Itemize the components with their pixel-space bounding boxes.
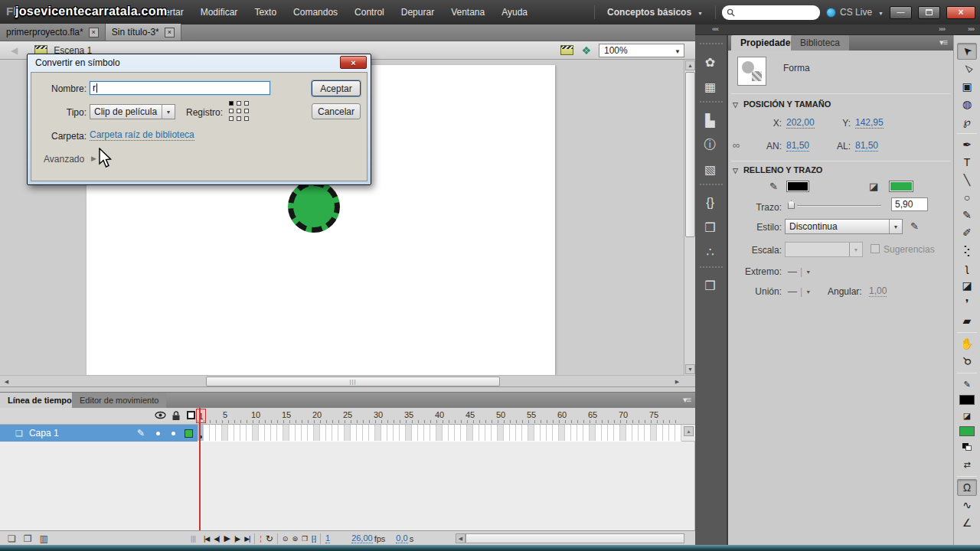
frame-cell[interactable] (583, 425, 590, 441)
smooth-icon[interactable]: ∿ (957, 497, 977, 514)
frame-cell[interactable] (289, 425, 296, 441)
frame-cell[interactable] (400, 425, 406, 441)
frame-cell[interactable] (204, 425, 210, 441)
frame-cell[interactable] (608, 425, 614, 441)
registration-point[interactable] (244, 101, 249, 106)
registration-point[interactable] (229, 109, 234, 113)
new-layer-icon[interactable]: ❏ (8, 533, 16, 544)
frame-cell[interactable] (216, 425, 222, 441)
project-panel-icon[interactable]: ❐ (700, 276, 721, 295)
frame-cell[interactable] (467, 425, 473, 441)
edit-multiple-frames-icon[interactable]: ❐ (302, 535, 307, 543)
frame-cell[interactable] (443, 425, 449, 441)
lock-icon[interactable] (172, 411, 181, 421)
scrollbar-thumb[interactable] (685, 72, 695, 237)
frame-cell[interactable] (645, 425, 651, 441)
registration-point[interactable] (237, 116, 241, 121)
frame-cell[interactable] (559, 425, 565, 441)
eyedropper-tool[interactable]: ❜ (957, 295, 977, 311)
3d-rotation-tool[interactable]: ◍ (957, 96, 977, 112)
straighten-icon[interactable]: ∠ (957, 514, 977, 531)
width-value[interactable]: 81,50 (786, 141, 809, 152)
play-button[interactable]: ▶ (224, 533, 229, 543)
components-panel-icon[interactable]: ❒ (700, 217, 721, 237)
frame-cell[interactable] (504, 425, 510, 441)
expand-properties-icon[interactable]: »» (939, 25, 945, 33)
expand-tools-icon[interactable]: »» (968, 25, 974, 33)
frame-cell[interactable] (614, 425, 620, 441)
back-arrow-icon[interactable]: ◀ (11, 45, 18, 56)
panel-menu-icon[interactable]: ▾≡ (939, 37, 947, 47)
stage-horizontal-scrollbar[interactable]: ◀ ||| ▶ (0, 375, 695, 387)
motion-presets-panel-icon[interactable]: ∴ (700, 242, 721, 262)
color-panel-icon[interactable]: ✿ (700, 52, 721, 72)
layer-lock-dot[interactable] (172, 432, 175, 435)
frame-cell[interactable] (632, 425, 639, 441)
registration-point[interactable] (229, 116, 234, 121)
scrollbar-thumb[interactable] (466, 533, 684, 543)
scroll-right-icon[interactable]: ▶ (672, 377, 682, 386)
frame-cell[interactable] (228, 425, 234, 441)
scroll-left-icon[interactable]: ◀ (2, 377, 11, 386)
onion-skin-icon[interactable]: ⊙ (283, 535, 288, 543)
section-fill-stroke[interactable]: RELLENO Y TRAZO (733, 165, 822, 174)
hand-tool[interactable]: ✋ (957, 335, 977, 352)
hints-checkbox[interactable] (871, 244, 880, 253)
frame-cell[interactable] (308, 425, 314, 441)
close-button[interactable]: × (946, 6, 975, 19)
frame-cell[interactable] (602, 425, 608, 441)
join-dropdown[interactable]: —| (788, 286, 811, 297)
stroke-slider-track[interactable] (797, 205, 881, 207)
modify-markers-icon[interactable]: [·] (312, 535, 315, 543)
eraser-tool[interactable]: ▰ (957, 312, 977, 329)
layer-frames[interactable] (198, 425, 681, 442)
playhead-line[interactable] (199, 408, 201, 530)
menu-comandos[interactable]: Comandos (285, 0, 346, 24)
stroke-slider-thumb[interactable] (788, 201, 795, 209)
fill-color-swatch[interactable] (959, 426, 975, 436)
spray-brush-tool[interactable]: ⢕ (957, 242, 977, 259)
frame-cell[interactable] (375, 425, 381, 441)
cs-live-button[interactable]: CS Live (826, 7, 872, 18)
tab-timeline[interactable]: Línea de tiempo (0, 393, 80, 408)
menu-texto[interactable]: Texto (246, 0, 285, 24)
scrollbar-thumb[interactable]: ||| (206, 377, 500, 386)
frame-cell[interactable] (522, 425, 528, 441)
new-folder-icon[interactable]: ❐ (24, 533, 32, 544)
frame-cell[interactable] (626, 425, 632, 441)
layer-outline-color-swatch[interactable] (185, 429, 193, 438)
frame-cell[interactable] (651, 425, 657, 441)
layer-visible-dot[interactable] (156, 432, 160, 435)
frame-cell[interactable] (596, 425, 602, 441)
frame-cell[interactable] (277, 425, 283, 441)
frame-cell[interactable] (547, 425, 553, 441)
transform-panel-icon[interactable]: ▧ (700, 159, 721, 179)
stroke-color-swatch[interactable] (959, 395, 975, 405)
frame-cell[interactable] (449, 425, 455, 441)
minimize-button[interactable]: — (890, 6, 912, 19)
go-first-frame-button[interactable]: |◀ (204, 535, 209, 543)
frame-cell[interactable] (210, 425, 216, 441)
onion-skin-outlines-icon[interactable]: ⊚ (292, 535, 297, 543)
section-position-size[interactable]: POSICIÓN Y TAMAÑO (733, 99, 831, 109)
frame-cell[interactable] (222, 425, 228, 441)
frame-cell[interactable] (675, 425, 681, 441)
frame-cell[interactable] (669, 425, 675, 441)
frame-cell[interactable] (590, 425, 596, 441)
frame-cell[interactable] (265, 425, 271, 441)
tab-motion-editor[interactable]: Editor de movimiento (72, 393, 166, 408)
frame-cell[interactable] (571, 425, 577, 441)
frame-cell[interactable] (639, 425, 645, 441)
search-input[interactable] (738, 7, 812, 18)
timeline-horizontal-scrollbar[interactable]: ◀ (456, 533, 684, 543)
search-box[interactable] (722, 5, 820, 20)
y-value[interactable]: 142,95 (855, 118, 884, 129)
frame-cell[interactable] (320, 425, 326, 441)
layer-name[interactable]: Capa 1 (29, 428, 59, 439)
tab-library[interactable]: Biblioteca (791, 35, 849, 51)
tab-close-icon[interactable] (165, 28, 175, 37)
link-width-height-icon[interactable]: ∞ (733, 139, 740, 151)
frame-cell[interactable] (461, 425, 467, 441)
library-root-folder-link[interactable]: Carpeta raíz de biblioteca (90, 129, 194, 141)
frame-cell[interactable] (283, 425, 289, 441)
